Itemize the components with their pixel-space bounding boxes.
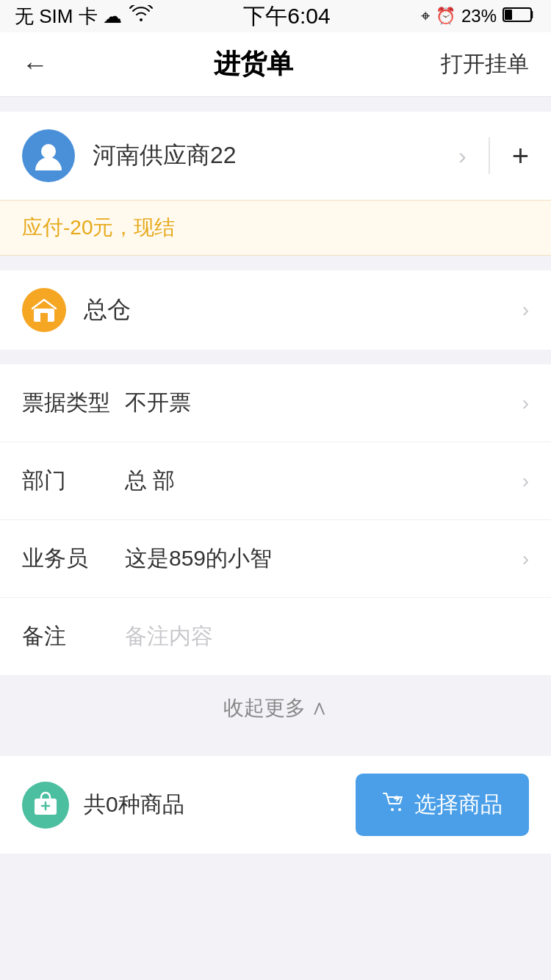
collapse-button[interactable]: 收起更多 ∧ bbox=[223, 694, 328, 722]
department-label: 部门 bbox=[22, 466, 125, 496]
warehouse-name: 总仓 bbox=[84, 294, 522, 326]
supplier-name: 河南供应商22 bbox=[93, 140, 458, 172]
warehouse-icon bbox=[22, 288, 66, 332]
department-chevron-icon: › bbox=[522, 469, 529, 493]
nav-bar: ← 进货单 打开挂单 bbox=[0, 32, 551, 97]
status-right: ⌖ ⏰ 23% bbox=[421, 5, 536, 28]
warehouse-section[interactable]: 总仓 › bbox=[0, 270, 551, 350]
invoice-chevron-icon: › bbox=[522, 392, 529, 415]
open-pending-button[interactable]: 打开挂单 bbox=[441, 49, 529, 79]
cart-icon bbox=[382, 792, 406, 818]
salesman-value: 这是859的小智 bbox=[125, 544, 522, 574]
invoice-label: 票据类型 bbox=[22, 388, 125, 418]
supplier-divider bbox=[489, 137, 490, 174]
department-row[interactable]: 部门 总 部 › bbox=[0, 442, 551, 520]
content-area: 河南供应商22 › + 应付-20元，现结 总仓 › 票据类型 bbox=[0, 97, 551, 980]
product-count: 共0种商品 bbox=[84, 790, 356, 820]
supplier-row[interactable]: 河南供应商22 › + bbox=[0, 112, 551, 200]
battery-icon bbox=[503, 5, 536, 28]
supplier-section: 河南供应商22 › + 应付-20元，现结 bbox=[0, 112, 551, 256]
invoice-value: 不开票 bbox=[125, 388, 522, 418]
salesman-chevron-icon: › bbox=[522, 547, 529, 571]
status-left: 无 SIM 卡 ☁ bbox=[15, 4, 153, 29]
collapse-row: 收起更多 ∧ bbox=[0, 675, 551, 741]
warehouse-row[interactable]: 总仓 › bbox=[0, 270, 551, 350]
status-bar: 无 SIM 卡 ☁ 下午6:04 ⌖ ⏰ 23% bbox=[0, 0, 551, 32]
sim-text: 无 SIM 卡 ☁ bbox=[15, 4, 122, 29]
section-gap-1 bbox=[0, 256, 551, 270]
battery-text: 23% bbox=[461, 6, 497, 26]
department-value: 总 部 bbox=[125, 466, 522, 496]
back-button[interactable]: ← bbox=[22, 49, 66, 80]
section-gap-2 bbox=[0, 350, 551, 364]
supplier-avatar bbox=[22, 129, 75, 182]
remark-row[interactable]: 备注 备注内容 bbox=[0, 598, 551, 675]
salesman-row[interactable]: 业务员 这是859的小智 › bbox=[0, 520, 551, 598]
select-product-label: 选择商品 bbox=[414, 790, 503, 820]
svg-rect-1 bbox=[505, 10, 512, 20]
form-section: 票据类型 不开票 › 部门 总 部 › 业务员 这是859的小智 › 备注 备注… bbox=[0, 364, 551, 675]
warehouse-chevron-icon: › bbox=[522, 298, 529, 322]
remark-input[interactable]: 备注内容 bbox=[125, 621, 529, 652]
page-background bbox=[0, 854, 551, 980]
select-product-button[interactable]: 选择商品 bbox=[356, 774, 529, 836]
svg-point-6 bbox=[391, 808, 394, 811]
bottom-section: 共0种商品 选择商品 bbox=[0, 756, 551, 854]
svg-point-7 bbox=[398, 808, 401, 811]
page-title: 进货单 bbox=[214, 46, 293, 82]
location-icon: ⌖ bbox=[421, 7, 430, 26]
svg-point-2 bbox=[41, 144, 56, 159]
svg-rect-4 bbox=[40, 313, 48, 322]
supplier-chevron-icon: › bbox=[458, 143, 467, 170]
salesman-label: 业务员 bbox=[22, 544, 125, 574]
wifi-icon bbox=[129, 4, 153, 28]
add-supplier-button[interactable]: + bbox=[512, 140, 529, 173]
remark-label: 备注 bbox=[22, 621, 125, 652]
invoice-row[interactable]: 票据类型 不开票 › bbox=[0, 364, 551, 442]
product-icon bbox=[22, 782, 69, 829]
alarm-icon: ⏰ bbox=[436, 7, 455, 26]
warning-banner: 应付-20元，现结 bbox=[0, 200, 551, 256]
status-time: 下午6:04 bbox=[243, 1, 330, 32]
